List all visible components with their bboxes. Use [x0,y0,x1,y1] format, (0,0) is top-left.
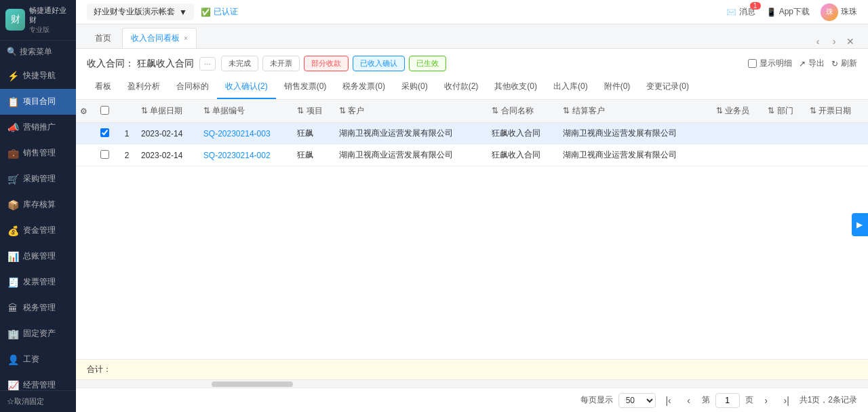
tab-profit-analysis[interactable]: 盈利分析 [119,75,168,99]
export-button[interactable]: ↗ 导出 [799,58,825,69]
messages-button[interactable]: ✉️ 消息 1 [726,6,755,18]
tab-close-all-button[interactable]: ✕ [844,35,857,48]
tab-next-button[interactable]: › [827,35,841,48]
show-detail-input[interactable] [748,59,757,68]
row-order-no[interactable]: SQ-20230214-003 [199,123,294,145]
quick-nav-label: 快捷导航 [23,70,56,81]
tab-payment[interactable]: 收付款(2) [436,75,487,99]
select-all-checkbox[interactable] [100,106,109,115]
table-header: ⚙ ⇅ 单据日期 ⇅ 单据编号 ⇅ 项目 ⇅ 客户 ⇅ 合同名称 ⇅ 结算客户 … [76,100,868,123]
income-contract-tab[interactable]: 收入合同看板 × [122,28,197,48]
status-effective[interactable]: 已生效 [409,56,446,71]
sidebar-item-project-contract[interactable]: 📋 项目合同 [0,89,76,115]
horizontal-scrollbar[interactable] [76,379,868,388]
sidebar-item-invoice[interactable]: 🧾 发票管理 [0,269,76,295]
tab-attachment[interactable]: 附件(0) [596,75,639,99]
show-detail-label: 显示明细 [760,58,792,69]
fixed-asset-icon: 🏢 [7,328,19,340]
th-order-no[interactable]: ⇅ 单据编号 [199,100,294,123]
order-no-link[interactable]: SQ-20230214-002 [203,151,271,160]
app-download-button[interactable]: 📱 App下载 [766,6,810,18]
sidebar-item-hr[interactable]: 👤 工资 [0,347,76,373]
tab-income-confirm[interactable]: 收入确认(2) [217,75,276,99]
page-label-post: 页 [745,394,753,406]
refresh-button[interactable]: ↻ 刷新 [831,58,857,69]
th-contract-name[interactable]: ⇅ 合同名称 [488,100,559,123]
row-order-no[interactable]: SQ-20230214-002 [199,145,294,166]
first-page-button[interactable]: |‹ [661,393,676,408]
tab-sales-invoice[interactable]: 销售发票(0) [276,75,335,99]
sidebar-item-sales[interactable]: 💼 销售管理 [0,141,76,166]
th-final-customer[interactable]: ⇅ 结算客户 [559,100,711,123]
tab-purchase[interactable]: 采购(0) [393,75,436,99]
row-final-customer: 湖南卫视商业运营发展有限公司 [559,123,711,145]
title-prefix: 收入合同： [87,58,134,69]
verified-badge: ✅ 已认证 [201,6,238,18]
sidebar-scroll: 📋 项目合同 📣 营销推广 💼 销售管理 🛒 采购管理 📦 库存核算 💰 资金管… [0,89,76,390]
sidebar-item-marketing[interactable]: 📣 营销推广 [0,115,76,141]
sidebar-item-funds[interactable]: 💰 资金管理 [0,218,76,244]
row-select-checkbox[interactable] [100,128,109,137]
detail-tabs: 看板 盈利分析 合同标的 收入确认(2) 销售发票(0) 税务发票(0) 采购(… [76,75,868,100]
order-no-link[interactable]: SQ-20230214-003 [203,129,271,138]
sidebar-item-fixed-asset[interactable]: 🏢 固定资产 [0,321,76,347]
sidebar-item-mgmt[interactable]: 📈 经营管理 [0,373,76,390]
table-container: ⚙ ⇅ 单据日期 ⇅ 单据编号 ⇅ 项目 ⇅ 客户 ⇅ 合同名称 ⇅ 结算客户 … [76,100,868,359]
home-tab[interactable]: 首页 [87,29,119,48]
row-settings [76,145,96,166]
tab-kanban[interactable]: 看板 [87,75,119,99]
last-page-button[interactable]: ›| [779,393,794,408]
tab-other-income[interactable]: 其他收支(0) [486,75,545,99]
content-area: 收入合同： 狂飙收入合同 ··· 未完成 未开票 部分收款 已收入确认 已生效 … [76,49,868,412]
page-number-input[interactable] [715,393,740,408]
status-not-invoiced[interactable]: 未开票 [262,56,300,71]
sidebar-bottom: ☆取消固定 [0,390,76,412]
sidebar-item-purchase[interactable]: 🛒 采购管理 [0,166,76,192]
th-salesperson[interactable]: ⇅ 业务员 [712,100,764,123]
more-options-button[interactable]: ··· [199,57,216,71]
th-project[interactable]: ⇅ 项目 [293,100,335,123]
sidebar-item-quick-nav[interactable]: ⚡ 快捷导航 [0,63,76,89]
th-date[interactable]: ⇅ 单据日期 [137,100,199,123]
search-menu[interactable]: 🔍 搜索菜单 [0,41,76,63]
page-size-select[interactable]: 20 50 100 [618,393,656,408]
tab-contract-subject[interactable]: 合同标的 [168,75,217,99]
unpin-button[interactable]: ☆取消固定 [0,391,76,412]
sidebar-item-accounting[interactable]: 📊 总账管理 [0,244,76,269]
status-partial-receipt[interactable]: 部分收款 [304,56,349,71]
sidebar-item-tax[interactable]: 🏛 税务管理 [0,295,76,321]
row-checkbox[interactable] [96,123,117,145]
th-open-date[interactable]: ⇅ 开票日期 [806,100,868,123]
th-checkbox[interactable] [96,100,117,123]
float-action-button[interactable]: ▶ [852,213,868,236]
tab-close-button[interactable]: × [184,35,188,42]
tab-prev-button[interactable]: ‹ [811,35,825,48]
th-department[interactable]: ⇅ 部门 [764,100,806,123]
table-row[interactable]: 2 2023-02-14 SQ-20230214-002 狂飙 湖南卫视商业运营… [76,145,868,166]
topbar: 好业财专业版演示帐套 ▼ ✅ 已认证 ✉️ 消息 1 📱 App下载 珠 珠珠 [76,0,868,24]
logo-icon: 财 [5,9,25,31]
th-settings[interactable]: ⚙ [76,100,96,123]
prev-page-button[interactable]: ‹ [682,393,696,408]
user-profile[interactable]: 珠 珠珠 [821,3,857,21]
row-num: 2 [117,145,137,166]
row-checkbox[interactable] [96,145,117,166]
show-detail-checkbox[interactable]: 显示明细 [748,58,792,69]
tab-tax-invoice[interactable]: 税务发票(0) [334,75,393,99]
th-contract-name-label: ⇅ 合同名称 [492,106,533,115]
next-page-button[interactable]: › [759,393,774,408]
message-icon: ✉️ [726,7,736,17]
scrollbar-thumb[interactable] [212,381,293,387]
th-customer[interactable]: ⇅ 客户 [335,100,488,123]
row-select-checkbox[interactable] [100,150,109,159]
search-icon: 🔍 [7,47,17,56]
sidebar-item-inventory[interactable]: 📦 库存核算 [0,192,76,218]
th-order-no-label: ⇅ 单据编号 [203,106,245,115]
table-row[interactable]: 1 2023-02-14 SQ-20230214-003 狂飙 湖南卫视商业运营… [76,123,868,145]
status-incomplete[interactable]: 未完成 [221,56,258,71]
th-salesperson-label: ⇅ 业务员 [716,106,749,115]
tab-change-log[interactable]: 变更记录(0) [638,75,697,99]
tab-warehouse[interactable]: 出入库(0) [545,75,596,99]
status-confirmed[interactable]: 已收入确认 [353,56,405,71]
company-selector[interactable]: 好业财专业版演示帐套 ▼ [87,3,194,20]
